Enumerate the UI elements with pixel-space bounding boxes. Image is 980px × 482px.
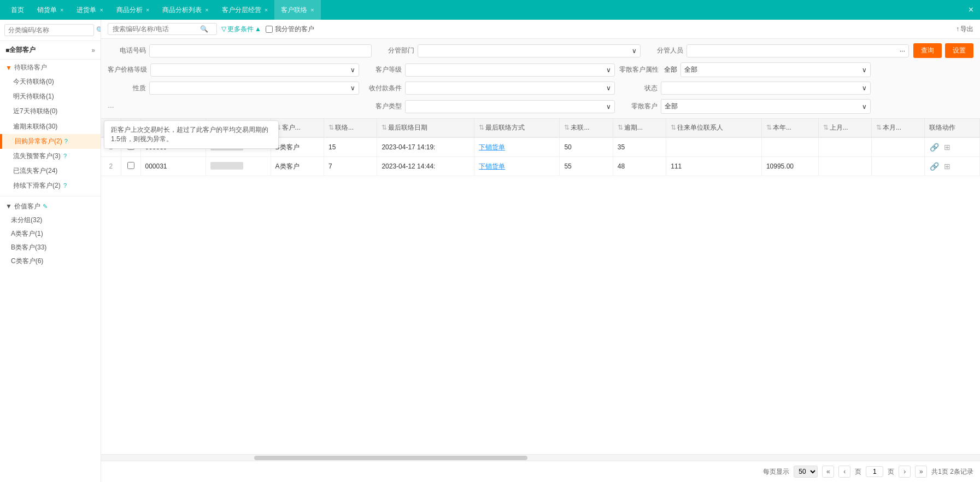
sidebar-class-a[interactable]: A类客户(1) xyxy=(0,227,101,241)
my-customers-checkbox[interactable]: 我分管的客户 xyxy=(266,25,314,34)
dept-select[interactable]: ∨ xyxy=(418,44,640,57)
repurchase-info-icon[interactable]: ? xyxy=(64,137,68,147)
sidebar-value-customer-group[interactable]: ▼ 价值客户 ✎ xyxy=(0,199,101,213)
sidebar-all-customers[interactable]: ■ 全部客户 » xyxy=(0,41,101,60)
last-contact-method-column-header[interactable]: 最后联络方式 xyxy=(474,119,560,137)
nav-home[interactable]: 首页 xyxy=(4,0,31,20)
filter-retail-customer: 零散客户 全部 ∨ xyxy=(619,99,871,114)
no-contact-column-header[interactable]: 未联... xyxy=(560,119,613,137)
sidebar-lost-pending[interactable]: 流失预警客户(3) ? xyxy=(0,149,101,164)
sidebar-class-c[interactable]: C类客户(6) xyxy=(0,254,101,268)
nav-sales-order[interactable]: 销货单 × xyxy=(31,0,70,20)
sidebar-today-pending[interactable]: 今天待联络(0) xyxy=(0,74,101,89)
filter-retail-attr: 零散客户属性 全部 全部 ∨ xyxy=(619,62,871,77)
sidebar-overdue-pending[interactable]: 逾期未联络(30) xyxy=(0,119,101,134)
row2-contact-person: 111 xyxy=(666,157,762,176)
nav-product-analysis[interactable]: 商品分析 × xyxy=(110,0,156,20)
main-search-icon[interactable]: 🔍 xyxy=(200,25,208,33)
contact-count-column-header[interactable]: 联络... xyxy=(324,119,377,137)
payment-select[interactable]: ∨ xyxy=(405,82,615,95)
status-label: 状态 xyxy=(619,84,658,93)
first-page-btn[interactable]: « xyxy=(822,466,834,478)
table-row: 2 000031 A类客户 7 2023-04-12 14:44: 下销货单 5… xyxy=(101,157,980,176)
row1-this-year xyxy=(761,137,818,157)
my-customers-check[interactable] xyxy=(266,26,273,33)
retail-customer-select[interactable]: 全部 ∨ xyxy=(661,99,871,114)
nature-select[interactable]: ∨ xyxy=(149,82,359,95)
export-button[interactable]: ↑ 导出 xyxy=(956,25,973,34)
close-purchase-order[interactable]: × xyxy=(99,7,103,13)
close-sales-order[interactable]: × xyxy=(60,7,63,13)
next-page-btn[interactable]: › xyxy=(899,466,911,478)
main-search-input[interactable] xyxy=(113,25,200,33)
lost-pending-info-icon[interactable]: ? xyxy=(63,153,67,159)
current-page-input[interactable]: 1 xyxy=(866,466,883,477)
row1-contact-person xyxy=(666,137,762,157)
row2-last-contact-method[interactable]: 下销货单 xyxy=(474,157,560,176)
row2-link-icon[interactable]: 🔗 xyxy=(929,161,939,171)
more-conditions-btn[interactable]: ▽ 更多条件 ▲ xyxy=(221,25,261,34)
row1-link-icon[interactable]: 🔗 xyxy=(929,142,939,152)
value-edit-icon[interactable]: ✎ xyxy=(43,203,48,210)
overdue-column-header[interactable]: 逾期... xyxy=(613,119,666,137)
page-label: 页 xyxy=(855,467,861,477)
status-select[interactable]: ∨ xyxy=(661,82,871,95)
row1-last-month xyxy=(818,137,871,157)
nav-customer-segment[interactable]: 客户分层经营 × xyxy=(215,0,274,20)
table-area: ⚙ 客户编码 客户名称 客户... 联络... 最后联络日期 最后联络方式 未联… xyxy=(101,119,980,454)
sidebar-declining[interactable]: 持续下滑客户(2) ? xyxy=(0,178,101,193)
close-product-list[interactable]: × xyxy=(205,7,208,13)
row2-grid-icon[interactable]: ⊞ xyxy=(942,161,952,171)
arrow-icon: ▼ xyxy=(5,64,12,72)
close-all-tabs[interactable]: × xyxy=(969,5,973,15)
retail-attr-select[interactable]: 全部 ∨ xyxy=(680,62,871,77)
sidebar-lost-actual[interactable]: 已流失客户(24) xyxy=(0,164,101,178)
scrollbar-thumb[interactable] xyxy=(254,456,527,460)
sidebar: 🔍 ■ 全部客户 » ▼ 待联络客户 今天待联络(0) 明天待联络(1) 近7天… xyxy=(0,20,101,482)
sidebar-7day-pending[interactable]: 近7天待联络(0) xyxy=(0,104,101,119)
close-product-analysis[interactable]: × xyxy=(146,7,149,13)
query-button[interactable]: 查询 xyxy=(913,43,942,58)
total-records: 共1页 2条记录 xyxy=(931,467,973,477)
more-filters-icon[interactable]: ··· xyxy=(108,102,114,111)
filter-payment: 收付款条件 ∨ xyxy=(363,82,615,95)
nav-product-analysis-list[interactable]: 商品分析列表 × xyxy=(156,0,215,20)
settings-button[interactable]: 设置 xyxy=(945,43,973,58)
per-page-select[interactable]: 50 xyxy=(794,466,818,478)
this-year-column-header[interactable]: 本年... xyxy=(761,119,818,137)
last-page-btn[interactable]: » xyxy=(915,466,927,478)
person-select[interactable]: ··· xyxy=(686,44,909,57)
sidebar-repurchase-abnormal[interactable]: 回购异常客户(2) ? xyxy=(0,134,101,149)
sidebar-unclassified[interactable]: 未分组(32) xyxy=(0,213,101,227)
phone-input[interactable] xyxy=(149,44,372,57)
customer-grade-select[interactable]: ∨ xyxy=(405,63,615,77)
row2-this-year: 10995.00 xyxy=(761,157,818,176)
contact-person-column-header[interactable]: 往来单位联系人 xyxy=(666,119,762,137)
filter-person: 分管人员 ··· xyxy=(645,44,909,57)
row1-last-contact-method[interactable]: 下销货单 xyxy=(474,137,560,157)
sidebar-tomorrow-pending[interactable]: 明天待联络(1) xyxy=(0,89,101,104)
filter-rows: 电话号码 分管部门 ∨ 分管人员 ··· xyxy=(101,39,980,119)
declining-info-icon[interactable]: ? xyxy=(63,182,67,189)
customer-type-label: 客户类型 xyxy=(363,102,402,111)
nav-customer-contact[interactable]: 客户联络 × xyxy=(274,0,320,20)
row2-checkbox[interactable] xyxy=(121,157,140,176)
horizontal-scrollbar[interactable] xyxy=(101,454,980,461)
row1-no-contact: 50 xyxy=(560,137,613,157)
customer-type-select[interactable]: ∨ xyxy=(405,100,615,113)
this-month-column-header[interactable]: 本月... xyxy=(872,119,925,137)
retail-customer-label: 零散客户 xyxy=(619,102,658,111)
sidebar-search-input[interactable] xyxy=(4,24,94,36)
row1-grid-icon[interactable]: ⊞ xyxy=(942,142,952,152)
price-grade-select[interactable]: ∨ xyxy=(150,63,359,77)
close-customer-contact[interactable]: × xyxy=(310,7,314,13)
sidebar-search-icon[interactable]: 🔍 xyxy=(96,26,101,34)
last-month-column-header[interactable]: 上月... xyxy=(818,119,871,137)
nature-label: 性质 xyxy=(108,84,146,93)
prev-page-btn[interactable]: ‹ xyxy=(838,466,850,478)
sidebar-class-b[interactable]: B类客户(33) xyxy=(0,241,101,254)
last-contact-date-column-header[interactable]: 最后联络日期 xyxy=(377,119,474,137)
sidebar-collapse-icon[interactable]: » xyxy=(91,47,95,54)
nav-purchase-order[interactable]: 进货单 × xyxy=(70,0,109,20)
close-customer-segment[interactable]: × xyxy=(265,7,268,13)
